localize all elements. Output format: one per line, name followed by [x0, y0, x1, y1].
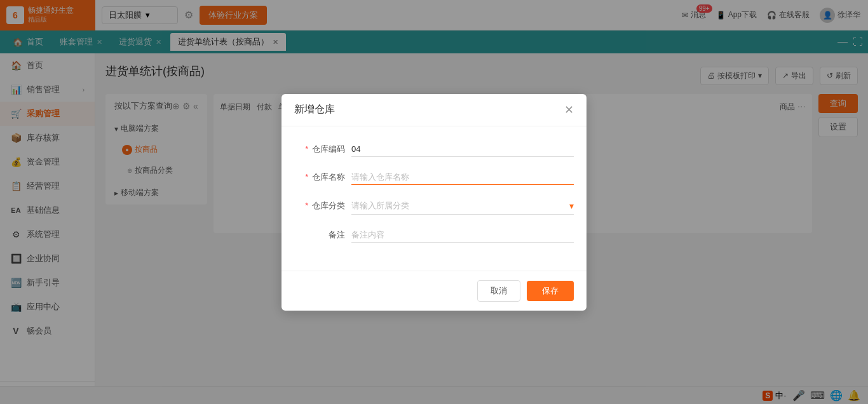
- warehouse-name-input[interactable]: [351, 170, 574, 185]
- modal-close-icon[interactable]: ✕: [564, 103, 574, 117]
- modal-overlay: 新增仓库 ✕ * 仓库编码 * 仓库名称: [0, 0, 868, 404]
- form-row-name: * 仓库名称: [294, 170, 574, 185]
- modal-header: 新增仓库 ✕: [281, 94, 587, 126]
- modal-title: 新增仓库: [294, 103, 335, 116]
- modal-footer: 取消 保存: [281, 271, 587, 311]
- remark-label: 备注: [294, 229, 345, 241]
- required-star-code: *: [305, 144, 308, 154]
- category-dropdown-icon: ▾: [569, 201, 574, 211]
- form-row-code: * 仓库编码: [294, 142, 574, 157]
- category-label: * 仓库分类: [294, 200, 345, 212]
- warehouse-code-input[interactable]: [351, 142, 574, 157]
- cancel-button[interactable]: 取消: [477, 280, 520, 302]
- required-star-category: *: [305, 201, 308, 210]
- modal-body: * 仓库编码 * 仓库名称 * 仓库分类 请输入所属: [281, 126, 587, 271]
- category-placeholder: 请输入所属分类: [351, 200, 409, 212]
- save-button[interactable]: 保存: [527, 281, 574, 301]
- form-row-remark: 备注: [294, 227, 574, 243]
- name-label: * 仓库名称: [294, 172, 345, 183]
- add-warehouse-modal: 新增仓库 ✕ * 仓库编码 * 仓库名称: [281, 94, 587, 311]
- remark-input[interactable]: [351, 227, 574, 243]
- code-label: * 仓库编码: [294, 144, 345, 155]
- form-row-category: * 仓库分类 请输入所属分类 ▾: [294, 198, 574, 215]
- category-select[interactable]: 请输入所属分类 ▾: [351, 198, 574, 215]
- required-star-name: *: [305, 172, 308, 182]
